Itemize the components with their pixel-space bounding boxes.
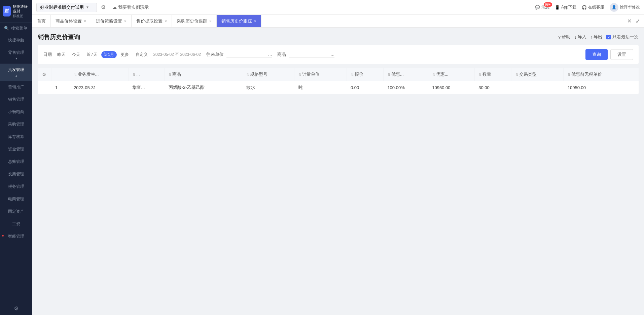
- demo-button[interactable]: ☁ 我要看实例演示: [110, 3, 151, 12]
- app-download-button[interactable]: 📱 App下载: [555, 4, 576, 10]
- row-unit: 吨: [294, 81, 347, 94]
- source-unit-input[interactable]: [226, 51, 267, 57]
- product-dots[interactable]: ...: [330, 51, 334, 57]
- sidebar-item-retail[interactable]: 零售管理 ▾: [0, 46, 32, 64]
- sort-icon-discount-price[interactable]: ⇅: [432, 73, 435, 76]
- tab-close-purchase-history[interactable]: ×: [209, 19, 212, 24]
- module-settings-icon[interactable]: ⚙: [100, 3, 107, 12]
- tab-close-sales-history[interactable]: ×: [254, 19, 256, 24]
- sidebar-item-ledger[interactable]: 总账管理: [0, 155, 32, 168]
- date-buttons: 昨天 今天 近7天 近1月 更多 自定义: [55, 51, 150, 58]
- sidebar-item-marketing[interactable]: 营销推广: [0, 81, 32, 93]
- sidebar-item-wholesale[interactable]: 批发管理 ▴: [0, 64, 32, 81]
- sidebar-item-finance[interactable]: 资金管理: [0, 143, 32, 155]
- date-filter-group: 日期 昨天 今天 近7天 近1月 更多 自定义 2023-05-02 至 202…: [43, 51, 201, 58]
- date-btn-today[interactable]: 今天: [69, 51, 83, 58]
- tabbar: 首页 商品价格设置 × 进价策略设置 × 售价提取设置 × 采购历史价跟踪 × …: [32, 15, 644, 28]
- row-index: 1: [51, 81, 70, 94]
- topbar-right: 💬 消息 99+ 📱 App下载 🎧 在线客服 👤 徐泽华修改: [535, 3, 640, 12]
- sidebar-bottom: ⚙: [0, 302, 32, 315]
- sidebar-item-inventory[interactable]: 库存核算: [0, 131, 32, 143]
- module-selector-label: 好业财标准版交付试用: [40, 4, 84, 10]
- app-logo-icon: 财: [3, 6, 11, 16]
- product-label: 商品: [277, 51, 286, 58]
- only-last-checkbox[interactable]: 只看最后一次: [606, 34, 639, 40]
- row-biz-date: 2023-05-31: [70, 81, 128, 94]
- tab-close-purchase-strategy[interactable]: ×: [124, 19, 127, 24]
- date-btn-custom[interactable]: 自定义: [133, 51, 150, 58]
- tab-sales-history[interactable]: 销售历史价跟踪 ×: [217, 15, 261, 28]
- sort-icon-biz-date[interactable]: ⇅: [74, 73, 77, 76]
- col-quantity: ⇅ 数量: [474, 68, 511, 81]
- sidebar-item-ecommerce[interactable]: 电商管理: [0, 193, 32, 205]
- sidebar-item-ecommerce-small[interactable]: 小畅电商: [0, 106, 32, 118]
- help-link[interactable]: ? 帮助: [558, 34, 570, 40]
- user-profile[interactable]: 👤 徐泽华修改: [610, 3, 640, 12]
- sort-icon-quantity[interactable]: ⇅: [479, 73, 481, 76]
- sort-icon-pretax-unit-price[interactable]: ⇅: [568, 73, 570, 76]
- headset-icon: 🎧: [582, 5, 587, 10]
- row-pretax-unit-price: 10950.00: [564, 81, 639, 94]
- sort-icon-product[interactable]: ⇅: [169, 73, 171, 76]
- date-btn-last1m[interactable]: 近1月: [101, 51, 117, 58]
- sidebar-item-tax[interactable]: 税务管理: [0, 180, 32, 193]
- sidebar-item-sales[interactable]: 销售管理: [0, 93, 32, 106]
- page-actions: ? 帮助 ↓ 导入 ↑ 导出 只看最后一次: [558, 34, 639, 40]
- date-btn-yesterday[interactable]: 昨天: [55, 51, 68, 58]
- col-index: [51, 68, 70, 81]
- date-label: 日期: [43, 51, 52, 58]
- query-button[interactable]: 查询: [585, 49, 608, 60]
- tab-price-extract[interactable]: 售价提取设置 ×: [132, 15, 172, 28]
- tab-home[interactable]: 首页: [32, 15, 51, 28]
- export-link[interactable]: ↑ 导出: [591, 34, 603, 40]
- table-settings-icon[interactable]: ⚙: [42, 72, 46, 77]
- col-extra: ⇅ ...: [128, 68, 164, 81]
- module-dropdown-icon: ▼: [86, 5, 89, 9]
- sidebar-item-purchase[interactable]: 采购管理: [0, 118, 32, 131]
- chevron-up-icon: ▴: [15, 74, 17, 77]
- module-selector[interactable]: 好业财标准版交付试用 ▼: [36, 3, 97, 12]
- sidebar-search[interactable]: 🔍 搜索菜单: [0, 23, 32, 34]
- table-wrap: ⚙ ⇅ 业务发生... ⇅ ...: [38, 68, 639, 94]
- sidebar-item-assets[interactable]: 固定资产: [0, 205, 32, 218]
- online-service-button[interactable]: 🎧 在线客服: [582, 4, 604, 10]
- tab-purchase-history[interactable]: 采购历史价跟踪 ×: [172, 15, 217, 28]
- sidebar-item-invoice[interactable]: 发票管理: [0, 168, 32, 180]
- settings-icon[interactable]: ⚙: [14, 305, 19, 312]
- tab-price-setting[interactable]: 商品价格设置 ×: [51, 15, 91, 28]
- sort-icon-trade-type[interactable]: ⇅: [515, 73, 518, 76]
- filter-bar: 日期 昨天 今天 近7天 近1月 更多 自定义 2023-05-02 至 202…: [38, 45, 639, 64]
- export-icon: ↑: [591, 35, 593, 40]
- sidebar-item-quick-nav[interactable]: 快捷导航: [0, 34, 32, 46]
- tab-purchase-strategy[interactable]: 进价策略设置 ×: [91, 15, 132, 28]
- tab-close-price-setting[interactable]: ×: [84, 19, 86, 24]
- message-button[interactable]: 💬 消息 99+: [535, 4, 549, 10]
- expand-tabbar-button[interactable]: ⤢: [634, 17, 641, 25]
- sidebar-item-payroll[interactable]: 工资: [0, 218, 32, 230]
- product-input[interactable]: [289, 51, 329, 57]
- col-pretax-unit-price: ⇅ 优惠前无税单价: [564, 68, 639, 81]
- row-gear: [38, 81, 51, 94]
- tab-close-price-extract[interactable]: ×: [165, 19, 167, 24]
- sort-icon-list-price[interactable]: ⇅: [351, 73, 354, 76]
- col-spec: ⇅ 规格型号: [242, 68, 294, 81]
- close-all-tabs-button[interactable]: ✕: [626, 17, 633, 25]
- sidebar-item-smart[interactable]: 智能管理: [0, 230, 32, 243]
- table-row: 1 2023-05-31 华查... 丙烯酸-2-乙基己酯 散水 吨 0.00 …: [38, 81, 639, 94]
- sort-icon-unit[interactable]: ⇅: [298, 73, 301, 76]
- checkbox-checked-icon: [606, 35, 611, 39]
- settings-button[interactable]: 设置: [610, 49, 633, 60]
- row-product: 丙烯酸-2-乙基己酯: [165, 81, 242, 94]
- product-input-wrap: ...: [289, 51, 334, 58]
- sidebar-logo: 财 畅捷通好业财 标准版: [0, 0, 32, 23]
- date-btn-last7[interactable]: 近7天: [84, 51, 100, 58]
- source-unit-dots[interactable]: ...: [268, 51, 272, 57]
- message-badge: 99+: [544, 2, 552, 7]
- import-link[interactable]: ↓ 导入: [574, 34, 586, 40]
- date-btn-more[interactable]: 更多: [118, 51, 132, 58]
- sort-icon-spec[interactable]: ⇅: [246, 73, 249, 76]
- row-discount-rate: 100.00%: [383, 81, 428, 94]
- sort-icon-discount-rate[interactable]: ⇅: [388, 73, 390, 76]
- sort-icon-extra[interactable]: ⇅: [133, 73, 135, 76]
- source-unit-filter-group: 往来单位 ...: [206, 51, 272, 58]
